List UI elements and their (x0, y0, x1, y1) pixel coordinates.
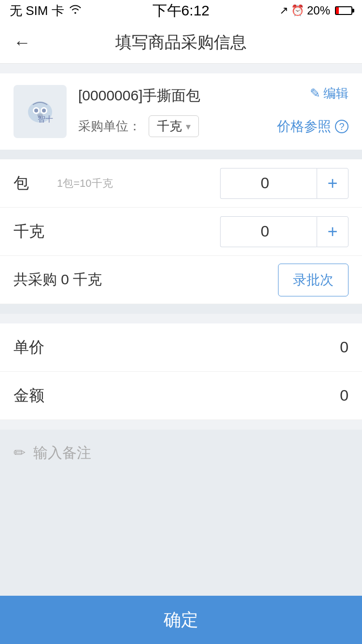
svg-text:智十: 智十 (38, 115, 53, 123)
unit-label: 采购单位： (78, 118, 141, 135)
location-icon: ↗ (279, 4, 288, 17)
summary-row: 共采购 0 千克 录批次 (0, 256, 362, 304)
product-image: 智十 (14, 85, 67, 138)
status-bar: 无 SIM 卡 下午6:12 ↗ ⏰ 20% (0, 0, 362, 21)
kg-label: 千克 (14, 221, 52, 242)
help-icon: ? (335, 120, 348, 133)
edit-icon: ✎ (310, 86, 320, 101)
unit-price-label: 单价 (14, 337, 44, 358)
bao-input-controls: + (220, 168, 348, 199)
notes-section[interactable]: ✏ 输入备注 (0, 430, 362, 478)
back-button[interactable]: ← (14, 32, 31, 53)
kg-input-row: 千克 + (0, 208, 362, 256)
bao-quantity-input[interactable] (220, 168, 317, 199)
amount-label: 金额 (14, 385, 44, 406)
alarm-icon: ⏰ (291, 4, 304, 17)
product-logo: 智十 (23, 95, 57, 128)
record-batch-button[interactable]: 录批次 (278, 264, 348, 296)
battery-percent: 20% (307, 4, 330, 17)
svg-point-4 (42, 109, 46, 112)
summary-value: 0 (61, 271, 69, 287)
section-divider-1 (0, 150, 362, 159)
unit-select-dropdown[interactable]: 千克 ▾ (149, 115, 199, 137)
unit-price-row: 单价 0 (0, 323, 362, 372)
time-display: 下午6:12 (153, 1, 209, 21)
product-info: [0000006]手撕面包 采购单位： 千克 ▾ 价格参照 ? (78, 86, 348, 137)
kg-plus-button[interactable]: + (317, 216, 348, 247)
price-info-section: 单价 0 金额 0 (0, 323, 362, 420)
section-divider-2 (0, 304, 362, 314)
pencil-icon: ✏ (14, 444, 26, 461)
confirm-button[interactable]: 确定 (0, 596, 362, 644)
svg-point-3 (34, 109, 38, 112)
carrier-text: 无 SIM 卡 (10, 2, 64, 19)
wifi-icon (68, 3, 83, 18)
summary-label: 共采购 0 千克 (14, 270, 102, 290)
edit-button[interactable]: ✎ 编辑 (310, 85, 348, 102)
bao-sublabel: 1包=10千克 (57, 176, 113, 191)
bao-plus-button[interactable]: + (317, 168, 348, 199)
battery-icon (335, 6, 352, 15)
bao-label: 包 (14, 173, 52, 194)
bao-input-row: 包 1包=10千克 + (0, 159, 362, 208)
status-right: ↗ ⏰ 20% (279, 4, 352, 17)
notes-placeholder: 输入备注 (33, 443, 91, 463)
nav-bar: ← 填写商品采购信息 (0, 21, 362, 64)
product-name: [0000006]手撕面包 (78, 86, 348, 106)
page-title: 填写商品采购信息 (115, 31, 247, 54)
amount-row: 金额 0 (0, 372, 362, 420)
status-left: 无 SIM 卡 (10, 2, 83, 19)
unit-value: 千克 (157, 118, 182, 135)
product-card: 智十 [0000006]手撕面包 采购单位： 千克 ▾ 价格参照 ? ✎ 编辑 (0, 73, 362, 150)
price-ref-button[interactable]: 价格参照 ? (277, 117, 348, 136)
product-unit-row: 采购单位： 千克 ▾ 价格参照 ? (78, 115, 348, 137)
unit-price-value: 0 (340, 338, 348, 356)
input-section: 包 1包=10千克 + 千克 + (0, 159, 362, 256)
kg-input-controls: + (220, 216, 348, 247)
amount-value: 0 (340, 387, 348, 405)
chevron-down-icon: ▾ (186, 121, 191, 132)
confirm-label: 确定 (164, 608, 198, 632)
kg-quantity-input[interactable] (220, 216, 317, 247)
